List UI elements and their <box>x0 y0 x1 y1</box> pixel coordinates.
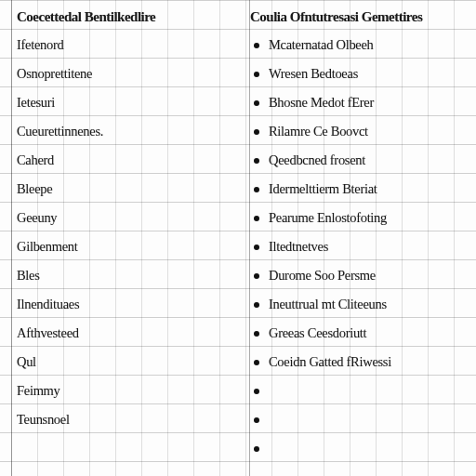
item-label: Ilnendituaes <box>17 297 79 312</box>
list-item: Bhosne Medot fErer <box>250 88 476 117</box>
list-item: Greeas Ceesdoriutt <box>250 319 476 348</box>
item-label: Qeedbcned frosent <box>269 152 365 168</box>
bullet-icon <box>254 417 259 423</box>
item-label: Ietesuri <box>17 95 55 111</box>
bullet-icon <box>254 331 259 337</box>
item-label: Coeidn Gatted fRiwessi <box>269 354 391 370</box>
list-item: Bles <box>17 261 243 290</box>
bullet-icon <box>254 158 259 164</box>
item-label: Rilamre Ce Boovct <box>269 124 368 139</box>
bullet-icon <box>254 302 259 308</box>
left-column: Coecettedal Bentilkedlire Ifetenord Osno… <box>0 0 243 463</box>
bullet-icon <box>254 72 259 77</box>
item-label: Idermelttierm Bteriat <box>269 181 377 197</box>
bullet-icon <box>254 187 259 192</box>
list-item: Wresen Bedtoeas <box>250 60 476 88</box>
list-item: Pearume Enlostofoting <box>250 204 476 232</box>
list-item <box>250 434 476 463</box>
list-item: Rilamre Ce Boovct <box>250 117 476 146</box>
list-item: Idermelttierm Bteriat <box>250 175 476 204</box>
list-item: Mcaternatad Olbeeh <box>250 31 476 60</box>
list-item: Afthvesteed <box>17 319 243 348</box>
right-column-header: Coulia Ofntutresasi Gemettires <box>250 3 476 31</box>
list-item <box>250 405 476 434</box>
item-label: Greeas Ceesdoriutt <box>269 325 366 341</box>
list-item: Osnoprettitene <box>17 60 243 88</box>
list-item <box>17 434 243 463</box>
bullet-icon <box>254 100 259 106</box>
list-item: Cueurettinnenes. <box>17 117 243 146</box>
bullet-icon <box>254 245 259 250</box>
item-label: Afthvesteed <box>17 325 79 341</box>
item-label: Wresen Bedtoeas <box>269 66 358 82</box>
list-item: Ietesuri <box>17 88 243 117</box>
item-label: Gilbenment <box>17 239 77 255</box>
list-item: Feimmy <box>17 377 243 405</box>
bullet-icon <box>254 446 259 452</box>
right-column: Coulia Ofntutresasi Gemettires Mcaternat… <box>243 0 476 463</box>
item-label: Iltedtnetves <box>269 239 328 255</box>
item-label: Cueurettinnenes. <box>17 124 103 139</box>
list-item: Teunsnoel <box>17 405 243 434</box>
item-label: Bhosne Medot fErer <box>269 95 374 111</box>
bullet-icon <box>254 360 259 365</box>
list-item <box>250 377 476 405</box>
list-item: Qeedbcned frosent <box>250 146 476 175</box>
list-item: Durome Soo Persme <box>250 261 476 290</box>
bullet-icon <box>254 129 259 135</box>
bullet-icon <box>254 216 259 221</box>
list-item: Coeidn Gatted fRiwessi <box>250 348 476 377</box>
bullet-icon <box>254 43 259 48</box>
list-item: Caherd <box>17 146 243 175</box>
list-item: Ineuttrual mt Cliteeuns <box>250 290 476 319</box>
list-item: Qul <box>17 348 243 377</box>
item-label: Ineuttrual mt Cliteeuns <box>269 297 387 312</box>
list-item: Ilnendituaes <box>17 290 243 319</box>
item-label: Feimmy <box>17 383 60 399</box>
list-item: Iltedtnetves <box>250 232 476 261</box>
item-label: Pearume Enlostofoting <box>269 210 387 226</box>
left-column-header: Coecettedal Bentilkedlire <box>17 3 243 31</box>
list-item: Bleepe <box>17 175 243 204</box>
list-item: Ifetenord <box>17 31 243 60</box>
columns-container: Coecettedal Bentilkedlire Ifetenord Osno… <box>0 0 476 463</box>
list-item: Gilbenment <box>17 232 243 261</box>
item-label: Osnoprettitene <box>17 66 92 82</box>
bullet-icon <box>254 273 259 279</box>
item-label: Caherd <box>17 152 54 168</box>
item-label: Bleepe <box>17 181 52 197</box>
item-label: Geeuny <box>17 210 57 226</box>
item-label: Bles <box>17 268 40 284</box>
item-label: Ifetenord <box>17 37 63 53</box>
list-item: Geeuny <box>17 204 243 232</box>
bullet-icon <box>254 389 259 394</box>
item-label: Teunsnoel <box>17 412 70 428</box>
item-label: Qul <box>17 354 36 370</box>
item-label: Mcaternatad Olbeeh <box>269 37 374 53</box>
item-label: Durome Soo Persme <box>269 268 376 284</box>
